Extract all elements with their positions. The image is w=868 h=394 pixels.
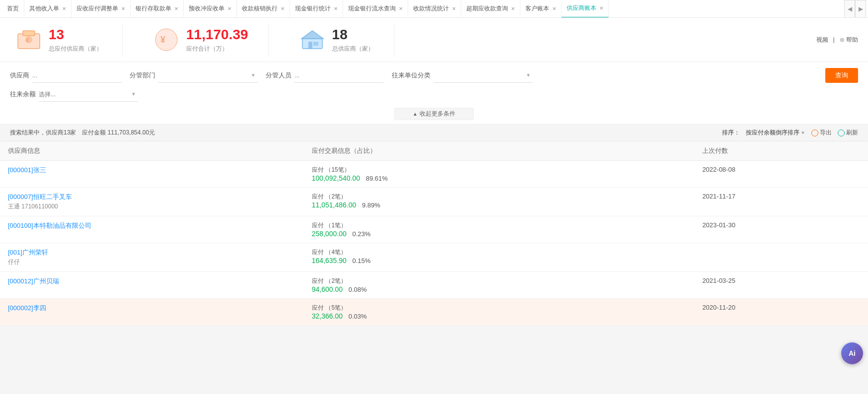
close-tab-cash-bank-stat[interactable]: ✕ [334, 6, 338, 11]
tx-amount-row-0: 100,092,540.00 89.61% [312, 174, 687, 182]
video-link[interactable]: 视频 [816, 36, 828, 44]
stat-label-ap-suppliers: 总应付供应商（家） [49, 45, 102, 53]
tab-collect-stat-label: 收款情况统计 [413, 4, 449, 13]
dept-select[interactable]: ▼ [158, 68, 258, 83]
supplier-link-0[interactable]: [000001]张三 [8, 166, 46, 174]
tab-cash-bank-stat[interactable]: 现金银行统计 ✕ [290, 0, 343, 18]
close-tab-collect-verify[interactable]: ✕ [281, 6, 285, 11]
close-tab-advance-collect[interactable]: ✕ [227, 6, 231, 11]
tx-count-2: （1笔） [325, 222, 347, 229]
dept-chevron-down-icon: ▼ [249, 72, 258, 78]
close-tab-ap-adjust[interactable]: ✕ [121, 6, 125, 11]
tab-collect-verify[interactable]: 收款核销执行 ✕ [237, 0, 290, 18]
tab-cash-bank-flow[interactable]: 现金银行流水查询 ✕ [343, 0, 408, 18]
amount-link-4[interactable]: 94,600.00 [312, 285, 343, 293]
balance-select-input[interactable] [39, 87, 129, 101]
tab-supplier-account[interactable]: 供应商账本 ✕ [562, 0, 609, 18]
amount-link-2[interactable]: 258,000.00 [312, 230, 347, 238]
tab-overdue-ap[interactable]: 超期应收款查询 ✕ [461, 0, 520, 18]
tx-amount-row-5: 32,366.00 0.03% [312, 312, 687, 320]
balance-select[interactable]: ▼ [39, 87, 138, 102]
col-header-tx: 应付交易信息（占比） [304, 141, 695, 161]
tx-amount-row-4: 94,600.00 0.08% [312, 285, 687, 293]
stat-block-ap-suppliers: ¥ 13 总应付供应商（家） [10, 23, 123, 57]
tx-count-0: （15笔） [325, 166, 350, 173]
supplier-link-4[interactable]: [000012]广州贝瑞 [8, 277, 59, 285]
svg-text:¥: ¥ [26, 38, 29, 43]
tx-amount-row-2: 258,000.00 0.23% [312, 230, 687, 238]
supplier-link-3[interactable]: [001]广州荣轩 [8, 249, 48, 256]
tab-home-label: 首页 [7, 4, 19, 13]
dept-select-input[interactable] [158, 68, 249, 82]
tab-cash-bank-flow-label: 现金银行流水查询 [348, 4, 396, 13]
tab-advance-collect[interactable]: 预收冲应收单 ✕ [184, 0, 237, 18]
tab-other-income[interactable]: 其他收入单 ✕ [24, 0, 72, 18]
close-tab-collect-stat[interactable]: ✕ [452, 6, 456, 11]
refresh-button[interactable]: 刷新 [838, 129, 858, 137]
close-tab-bank-deposit[interactable]: ✕ [174, 6, 178, 11]
close-tab-overdue-ap[interactable]: ✕ [511, 6, 515, 11]
person-filter-label: 分管人员 [266, 71, 291, 80]
supplier-input[interactable] [32, 68, 122, 83]
tx-amount-row-1: 11,051,486.00 9.89% [312, 201, 687, 209]
amount-link-5[interactable]: 32,366.00 [312, 312, 343, 320]
amount-link-3[interactable]: 164,635.90 [312, 257, 347, 264]
percentage-0: 89.61% [362, 175, 388, 182]
last-payment-cell-3 [694, 243, 868, 272]
tx-label-4: 应付 [312, 277, 324, 284]
help-label: 帮助 [846, 36, 858, 43]
tab-customer-account-label: 客户账本 [525, 4, 549, 13]
tx-label-5: 应付 [312, 304, 324, 311]
close-tab-supplier-account[interactable]: ✕ [599, 5, 603, 11]
supplier-link-2[interactable]: [000100]本特勒油品有限公司 [8, 222, 91, 229]
filter-category: 往来单位分类 ▼ [392, 68, 533, 83]
collapse-button[interactable]: ▲ 收起更多条件 [394, 108, 474, 120]
close-tab-cash-bank-flow[interactable]: ✕ [399, 6, 403, 11]
tab-cash-bank-stat-label: 现金银行统计 [295, 4, 331, 13]
sort-label: 排序： [722, 129, 740, 137]
tab-ap-adjust[interactable]: 应收应付调整单 ✕ [72, 0, 131, 18]
supplier-link-1[interactable]: [000007]恒旺二手叉车 [8, 193, 72, 200]
amount-link-1[interactable]: 11,051,486.00 [312, 201, 357, 209]
amount-link-0[interactable]: 100,092,540.00 [312, 174, 360, 182]
table-row: [001]广州荣轩仔仔 应付 （4笔） 164,635.90 0.15% [0, 243, 868, 272]
percentage-3: 0.15% [349, 257, 371, 264]
svg-rect-1 [23, 31, 35, 36]
filter-balance: 往来余额 ▼ [10, 87, 138, 102]
tab-other-income-label: 其他收入单 [29, 4, 59, 13]
sort-value: 按应付余额倒序排序 [746, 129, 799, 137]
category-filter-label: 往来单位分类 [392, 71, 431, 80]
nav-next-arrow[interactable]: ▶ [855, 0, 866, 18]
person-input[interactable] [294, 68, 384, 83]
close-tab-customer-account[interactable]: ✕ [552, 6, 556, 11]
tab-home[interactable]: 首页 [2, 0, 24, 18]
help-link[interactable]: ⊙ 帮助 [840, 36, 858, 44]
tx-label-1: 应付 [312, 193, 324, 200]
close-tab-other-income[interactable]: ✕ [62, 6, 66, 11]
tx-label-0: 应付 [312, 166, 324, 173]
tab-collect-stat[interactable]: 收款情况统计 ✕ [408, 0, 461, 18]
nav-prev-arrow[interactable]: ◀ [844, 0, 855, 18]
tx-cell-5: 应付 （5笔） 32,366.00 0.03% [304, 299, 695, 326]
export-button[interactable]: 导出 [811, 129, 832, 137]
stat-value-ap-suppliers: 13 [49, 26, 102, 43]
last-payment-date-2: 2023-01-30 [702, 221, 735, 229]
sort-select[interactable]: 按应付余额倒序排序 ▼ [746, 129, 805, 137]
tab-overdue-ap-label: 超期应收款查询 [466, 4, 508, 13]
category-select[interactable]: ▼ [434, 68, 533, 83]
category-select-input[interactable] [434, 68, 524, 82]
tx-label-2: 应付 [312, 222, 324, 229]
tab-bank-deposit[interactable]: 银行存取款单 ✕ [131, 0, 184, 18]
stat-block-ap-total: ¥ 11,170.39 应付合计（万） [123, 23, 269, 57]
supplier-table-container: 供应商信息 应付交易信息（占比） 上次付数 [000001]张三 应付 （15笔… [0, 141, 868, 326]
query-button[interactable]: 查询 [825, 68, 858, 83]
filter-row-2: 往来余额 ▼ [10, 87, 858, 102]
help-icon: ⊙ [840, 36, 846, 43]
tx-count-3: （4笔） [325, 249, 347, 256]
export-icon [811, 130, 818, 136]
tab-customer-account[interactable]: 客户账本 ✕ [520, 0, 562, 18]
supplier-link-5[interactable]: [000002]李四 [8, 304, 46, 312]
stats-header: ¥ 13 总应付供应商（家） ¥ 11,170.39 应付合计（万） [0, 18, 868, 62]
col-header-last-payment: 上次付数 [694, 141, 868, 161]
dept-filter-label: 分管部门 [130, 71, 155, 80]
